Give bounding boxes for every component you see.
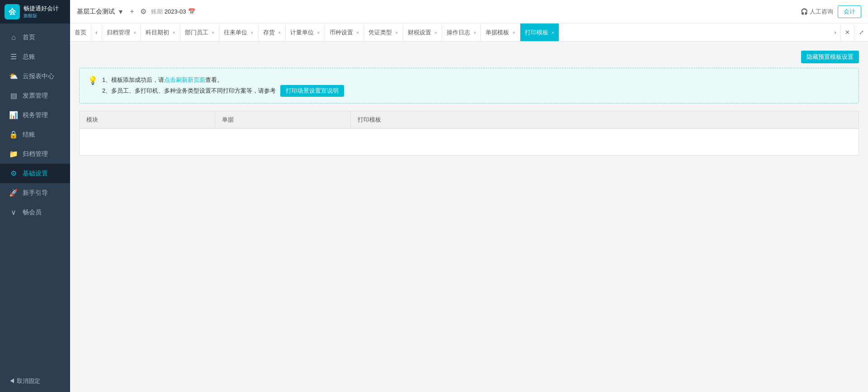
ledger-icon: ☰ (9, 52, 18, 61)
tab-close-icon[interactable]: × (172, 30, 175, 35)
period-label: 账期 (151, 8, 163, 16)
guide-icon: 🚀 (9, 189, 18, 197)
tabbar: 首页 ‹ 归档管理 × 科目期初 × 部门员工 × 往来单位 × 存货 × 计量… (70, 24, 868, 42)
period-value: 2023-03 (165, 8, 186, 15)
info-text-block: 1、模板添加成功后，请点击刷新新页面查看。 2、多员工、多打印机、多种业务类型设… (102, 75, 344, 97)
tab-close-icon[interactable]: × (552, 30, 554, 35)
sidebar-item-member[interactable]: ∨ 畅会员 (0, 203, 70, 222)
archive-icon: 📁 (9, 150, 18, 158)
sidebar-item-label: 归档管理 (23, 150, 48, 158)
sidebar-logo: 会 畅捷通好会计 旗舰版 (0, 0, 70, 24)
sidebar-item-basic[interactable]: ⚙ 基础设置 (0, 164, 70, 183)
tab-close-icon[interactable]: × (133, 30, 136, 35)
sidebar-item-tax[interactable]: 📊 税务管理 (0, 105, 70, 125)
cloud-icon: ⛅ (9, 72, 18, 80)
app-logo-text: 畅捷通好会计 旗舰版 (24, 5, 59, 19)
tab-close-icon[interactable]: × (278, 30, 281, 35)
tab-close-icon[interactable]: × (512, 30, 515, 35)
tab-inventory[interactable]: 存货 × (259, 24, 286, 42)
hide-preview-button[interactable]: 隐藏预置模板设置 (801, 51, 859, 63)
tab-currency[interactable]: 币种设置 × (325, 24, 364, 42)
tab-supplier[interactable]: 往来单位 × (219, 24, 258, 42)
col-form: 单据 (215, 111, 351, 128)
tab-label: 部门员工 (185, 28, 208, 37)
tab-close-icon[interactable]: × (250, 30, 253, 35)
tab-label: 归档管理 (107, 28, 130, 37)
tab-tax-settings[interactable]: 财税设置 × (403, 24, 442, 42)
tab-label: 存货 (263, 28, 275, 37)
tab-close-icon[interactable]: × (473, 30, 476, 35)
calendar-icon[interactable]: 📅 (188, 8, 195, 15)
sidebar-item-ledger[interactable]: ☰ 总账 (0, 47, 70, 66)
sidebar-item-invoice[interactable]: ▤ 发票管理 (0, 86, 70, 105)
member-icon: ∨ (9, 208, 18, 217)
company-dropdown-icon[interactable]: ▼ (118, 8, 124, 15)
company-selector[interactable]: 基层工会测试 ▼ (77, 8, 124, 16)
sidebar-item-label: 总账 (23, 53, 35, 61)
sidebar-item-reports[interactable]: ⛅ 云报表中心 (0, 66, 70, 86)
print-scene-button[interactable]: 打印场景设置宣说明 (280, 85, 344, 97)
tab-close-icon[interactable]: × (212, 30, 214, 35)
tab-nav-left[interactable]: ‹ (91, 24, 102, 42)
tab-unit[interactable]: 计量单位 × (286, 24, 325, 42)
tab-dept[interactable]: 部门员工 × (180, 24, 219, 42)
content-area: 隐藏预置模板设置 💡 1、模板添加成功后，请点击刷新新页面查看。 2、多员工、多… (70, 42, 868, 392)
col-module: 模块 (80, 111, 215, 128)
support-label: 人工咨询 (810, 8, 833, 16)
account-button[interactable]: 会计 (838, 5, 861, 18)
table-header: 模块 单据 打印模板 (79, 111, 859, 128)
tab-close-icon[interactable]: × (434, 30, 437, 35)
tab-voucher-type[interactable]: 凭证类型 × (364, 24, 403, 42)
tab-op-log[interactable]: 操作日志 × (442, 24, 481, 42)
tab-label: 币种设置 (330, 28, 353, 37)
tab-home[interactable]: 首页 (70, 24, 91, 42)
sidebar-item-home[interactable]: ⌂ 首页 (0, 28, 70, 47)
refresh-link[interactable]: 点击刷新新页面 (164, 76, 205, 83)
add-tab-button[interactable]: ＋ (128, 7, 136, 16)
expand-button[interactable]: ⤢ (854, 24, 868, 42)
tab-close-icon[interactable]: × (395, 30, 398, 35)
tab-label: 财税设置 (408, 28, 431, 37)
settings-button[interactable]: ⚙ (140, 7, 146, 16)
tab-close-icon[interactable]: × (317, 30, 320, 35)
sidebar-item-close[interactable]: 🔒 结账 (0, 125, 70, 144)
tab-label: 操作日志 (447, 28, 470, 37)
tab-archive[interactable]: 归档管理 × (102, 24, 141, 42)
main-area: 基层工会测试 ▼ ＋ ⚙ 账期 2023-03 📅 🎧 人工咨询 会计 首页 ‹… (70, 0, 868, 392)
tab-close-icon[interactable]: × (356, 30, 359, 35)
company-name: 基层工会测试 (77, 8, 115, 16)
period-selector[interactable]: 账期 2023-03 📅 (151, 8, 195, 16)
tax-icon: 📊 (9, 111, 18, 119)
unpin-button[interactable]: ◀ 取消固定 (0, 370, 70, 392)
col-template: 打印模板 (351, 111, 859, 128)
home-icon: ⌂ (9, 33, 18, 42)
sidebar-item-guide[interactable]: 🚀 新手引导 (0, 183, 70, 203)
sidebar: 会 畅捷通好会计 旗舰版 ⌂ 首页 ☰ 总账 ⛅ 云报表中心 ▤ 发票管理 📊 … (0, 0, 70, 392)
tab-label: 计量单位 (290, 28, 314, 37)
table-body (79, 128, 859, 156)
topbar-right: 🎧 人工咨询 会计 (801, 5, 861, 18)
sidebar-item-archive[interactable]: 📁 归档管理 (0, 144, 70, 164)
sidebar-item-label: 基础设置 (23, 170, 48, 178)
sidebar-item-label: 结账 (23, 131, 35, 139)
content-topbar: 隐藏预置模板设置 (79, 51, 859, 63)
tab-single-form[interactable]: 单据模板 × (481, 24, 520, 42)
support-button[interactable]: 🎧 人工咨询 (801, 8, 833, 16)
tab-nav-right[interactable]: › (830, 24, 841, 42)
tab-label: 打印模板 (525, 28, 548, 37)
info-line-1: 1、模板添加成功后，请点击刷新新页面查看。 (102, 75, 344, 85)
bulb-icon: 💡 (88, 76, 98, 85)
info-box: 💡 1、模板添加成功后，请点击刷新新页面查看。 2、多员工、多打印机、多种业务类… (79, 68, 859, 104)
sidebar-nav: ⌂ 首页 ☰ 总账 ⛅ 云报表中心 ▤ 发票管理 📊 税务管理 🔒 结账 📁 归… (0, 24, 70, 370)
tab-subject[interactable]: 科目期初 × (141, 24, 180, 42)
tab-print-template[interactable]: 打印模板 × (520, 24, 559, 42)
invoice-icon: ▤ (9, 91, 18, 100)
sidebar-item-label: 税务管理 (23, 111, 48, 119)
tab-label: 凭证类型 (368, 28, 392, 37)
sidebar-item-label: 发票管理 (23, 92, 48, 100)
sidebar-item-label: 新手引导 (23, 189, 48, 197)
app-logo-icon: 会 (5, 4, 20, 19)
topbar: 基层工会测试 ▼ ＋ ⚙ 账期 2023-03 📅 🎧 人工咨询 会计 (70, 0, 868, 24)
close-all-tabs-button[interactable]: ✕ (841, 24, 854, 42)
info-line-2: 2、多员工、多打印机、多种业务类型设置不同打印方案等，请参考 打印场景设置宣说明 (102, 85, 344, 97)
